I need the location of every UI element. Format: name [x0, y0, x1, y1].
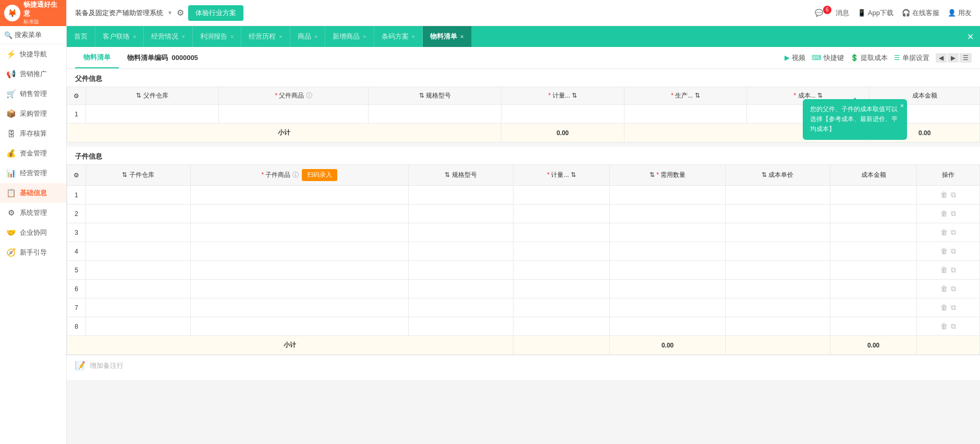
tab-ops-history[interactable]: 经营历程 × [241, 26, 290, 47]
sidebar-item-guide[interactable]: 🧭 新手引导 [0, 243, 66, 262]
gear-button[interactable]: ⚙ [177, 8, 184, 18]
child-row-7-warehouse[interactable] [86, 298, 191, 317]
child-row-7-goods[interactable] [190, 298, 408, 317]
delete-icon[interactable]: 🗑 [940, 228, 948, 237]
child-row-5-req-qty[interactable] [610, 261, 725, 280]
child-row-7-req-qty[interactable] [610, 298, 725, 317]
child-row-8-warehouse[interactable] [86, 317, 191, 336]
tab-barcode-close[interactable]: × [412, 33, 415, 40]
copy-icon[interactable]: ⧉ [951, 190, 956, 199]
copy-icon[interactable]: ⧉ [951, 284, 956, 293]
child-sort-unit-cost[interactable]: ⇅ [762, 171, 767, 178]
child-sort-unit[interactable]: ⇅ [571, 171, 576, 178]
child-row-7-spec[interactable] [408, 298, 513, 317]
tab-goods[interactable]: 商品 × [290, 26, 325, 47]
tooltip-close-button[interactable]: × [900, 101, 904, 111]
nav-menu-button[interactable]: ☰ [960, 53, 972, 63]
child-row-8-goods[interactable] [190, 317, 408, 336]
child-row-1-spec[interactable] [408, 186, 513, 205]
child-row-8-unit[interactable] [513, 317, 610, 336]
child-row-5-spec[interactable] [408, 261, 513, 280]
tab-new-goods-close[interactable]: × [363, 33, 366, 40]
child-row-6-req-qty[interactable] [610, 280, 725, 298]
user-menu[interactable]: 👤 用友 [948, 8, 972, 18]
delete-icon[interactable]: 🗑 [940, 303, 948, 312]
delete-icon[interactable]: 🗑 [940, 190, 948, 199]
tab-bom[interactable]: 物料清单 × [423, 26, 471, 47]
bottom-add-area[interactable]: 📝 增加备注行 [67, 355, 980, 376]
tab-customer[interactable]: 客户联络 × [95, 26, 144, 47]
parent-row-1-production[interactable] [624, 105, 746, 124]
sidebar-item-system[interactable]: ⚙ 系统管理 [0, 203, 66, 223]
single-settings-button[interactable]: ☰ 单据设置 [894, 53, 929, 63]
child-row-5-warehouse[interactable] [86, 261, 191, 280]
tab-ops-history-close[interactable]: × [279, 33, 282, 40]
child-row-5-goods[interactable] [190, 261, 408, 280]
copy-icon[interactable]: ⧉ [951, 322, 956, 331]
delete-icon[interactable]: 🗑 [940, 284, 948, 293]
child-row-3-spec[interactable] [408, 223, 513, 242]
tab-operations-status[interactable]: 经营情况 × [144, 26, 192, 47]
sidebar-item-basic-info[interactable]: 📋 基础信息 [0, 183, 66, 203]
delete-icon[interactable]: 🗑 [940, 266, 948, 274]
parent-sort-unit[interactable]: ⇅ [572, 92, 577, 99]
child-row-3-req-qty[interactable] [610, 223, 725, 242]
tab-new-goods[interactable]: 新增商品 × [325, 26, 374, 47]
child-row-2-warehouse[interactable] [86, 205, 191, 223]
app-download-button[interactable]: 📱 App下载 [858, 8, 893, 18]
child-row-1-warehouse[interactable] [86, 186, 191, 205]
tab-goods-close[interactable]: × [314, 33, 317, 40]
child-row-8-req-qty[interactable] [610, 317, 725, 336]
parent-sort-production[interactable]: ⇅ [695, 92, 700, 99]
tab-bom-close[interactable]: × [460, 33, 463, 40]
nav-prev-button[interactable]: ◀ [936, 53, 947, 63]
child-row-4-spec[interactable] [408, 242, 513, 261]
child-row-6-unit[interactable] [513, 280, 610, 298]
tab-profit-close[interactable]: × [230, 33, 234, 40]
delete-icon[interactable]: 🗑 [940, 322, 948, 331]
parent-sort-warehouse[interactable]: ⇅ [136, 92, 141, 99]
parent-sort-cost[interactable]: ⇅ [817, 92, 823, 99]
parent-sort-spec[interactable]: ⇅ [419, 92, 424, 99]
child-row-7-unit-cost[interactable] [725, 298, 830, 317]
system-title-dropdown[interactable]: ▼ [167, 10, 173, 16]
view-video-button[interactable]: ▶ 视频 [785, 53, 805, 63]
child-row-4-goods[interactable] [190, 242, 408, 261]
child-row-8-spec[interactable] [408, 317, 513, 336]
child-row-6-warehouse[interactable] [86, 280, 191, 298]
child-sort-warehouse[interactable]: ⇅ [122, 171, 127, 178]
child-row-8-unit-cost[interactable] [725, 317, 830, 336]
child-row-4-unit[interactable] [513, 242, 610, 261]
child-row-6-unit-cost[interactable] [725, 280, 830, 298]
child-row-6-goods[interactable] [190, 280, 408, 298]
sidebar-item-enterprise[interactable]: 🤝 企业协同 [0, 223, 66, 243]
child-row-2-spec[interactable] [408, 205, 513, 223]
copy-icon[interactable]: ⧉ [951, 228, 956, 237]
child-row-2-unit-cost[interactable] [725, 205, 830, 223]
sidebar-item-finance[interactable]: 💰 资金管理 [0, 143, 66, 163]
child-row-3-unit[interactable] [513, 223, 610, 242]
child-row-5-unit[interactable] [513, 261, 610, 280]
extract-cost-button[interactable]: 💲 提取成本 [850, 53, 888, 63]
tab-profit-report[interactable]: 利润报告 × [193, 26, 241, 47]
child-row-1-unit-cost[interactable] [725, 186, 830, 205]
copy-icon[interactable]: ⧉ [951, 303, 956, 312]
sidebar-item-operations[interactable]: 📊 经营管理 [0, 163, 66, 183]
tab-bar-close-all[interactable]: ✕ [961, 32, 980, 42]
child-row-6-spec[interactable] [408, 280, 513, 298]
child-row-3-goods[interactable] [190, 223, 408, 242]
child-goods-info-icon[interactable]: ⓘ [292, 171, 299, 178]
copy-icon[interactable]: ⧉ [951, 247, 956, 256]
child-row-4-warehouse[interactable] [86, 242, 191, 261]
parent-goods-info-icon[interactable]: ⓘ [306, 92, 312, 99]
sidebar-item-purchase[interactable]: 📦 采购管理 [0, 104, 66, 124]
parent-row-1-unit[interactable] [501, 105, 624, 124]
copy-icon[interactable]: ⧉ [951, 266, 956, 274]
delete-icon[interactable]: 🗑 [940, 247, 948, 256]
sidebar-item-sales[interactable]: 🛒 销售管理 [0, 84, 66, 104]
child-row-5-unit-cost[interactable] [725, 261, 830, 280]
search-menu[interactable]: 🔍 搜索菜单 [0, 26, 66, 44]
scan-button[interactable]: 扫码录入 [302, 169, 337, 181]
child-row-1-goods[interactable] [190, 186, 408, 205]
child-row-3-warehouse[interactable] [86, 223, 191, 242]
